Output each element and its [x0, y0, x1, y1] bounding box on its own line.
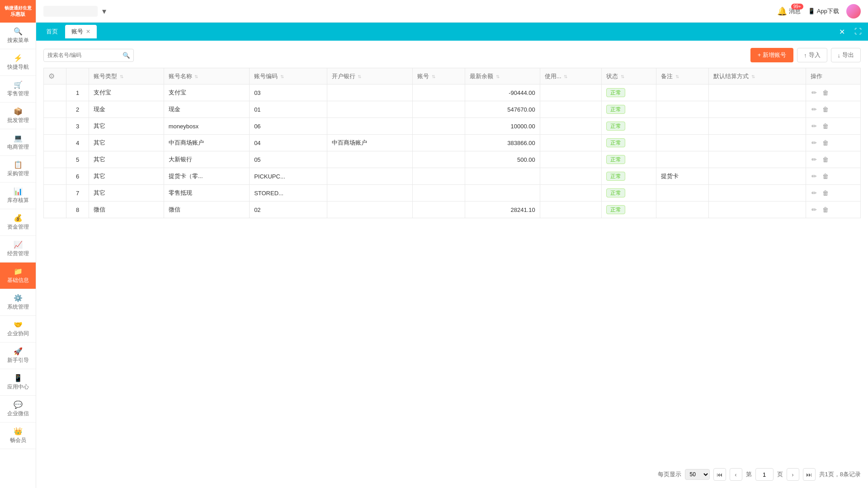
sidebar-item-label: 新手引导 — [7, 357, 29, 364]
delete-button-0[interactable]: 🗑 — [821, 88, 830, 97]
edit-button-2[interactable]: ✏ — [811, 122, 818, 131]
row-bank-7 — [327, 202, 412, 218]
col-name-header[interactable]: 账号名称 ⇅ — [164, 68, 249, 84]
sidebar: 畅捷通好生意 乐惠版 🔍 搜索菜单 ⚡ 快捷导航 🛒 零售管理 📦 批发管理 💻… — [0, 0, 36, 488]
app-download-icon: 📱 — [808, 8, 815, 14]
sidebar-item-purchase[interactable]: 📋 采购管理 — [0, 156, 36, 183]
sidebar-item-basic[interactable]: 📁 基础信息 — [0, 263, 36, 289]
delete-button-7[interactable]: 🗑 — [821, 205, 830, 214]
col-code-header[interactable]: 账号编码 ⇅ — [250, 68, 327, 84]
row-code-2: 06 — [250, 118, 327, 135]
sidebar-item-inventory[interactable]: 📊 库存核算 — [0, 183, 36, 209]
action-btns-4: ✏ 🗑 — [811, 155, 856, 164]
row-default-settlement-7 — [708, 202, 806, 218]
status-badge: 正常 — [606, 122, 625, 131]
sidebar-item-quick-nav[interactable]: ⚡ 快捷导航 — [0, 49, 36, 76]
tab-close-all-icon[interactable]: ✕ — [835, 25, 848, 38]
row-action-6: ✏ 🗑 — [806, 185, 861, 202]
edit-button-5[interactable]: ✏ — [811, 172, 818, 181]
delete-button-3[interactable]: 🗑 — [821, 138, 830, 147]
sidebar-item-retail[interactable]: 🛒 零售管理 — [0, 76, 36, 103]
delete-button-5[interactable]: 🗑 — [821, 172, 830, 181]
action-btns-3: ✏ 🗑 — [811, 138, 856, 147]
col-account-header[interactable]: 账号 ⇅ — [413, 68, 465, 84]
edit-button-1[interactable]: ✏ — [811, 105, 818, 114]
col-status-header[interactable]: 状态 ⇅ — [602, 68, 656, 84]
edit-button-3[interactable]: ✏ — [811, 138, 818, 147]
prev-page-button[interactable]: ‹ — [730, 468, 742, 481]
row-type-2: 其它 — [89, 118, 164, 135]
tab-home[interactable]: 首页 — [40, 25, 64, 38]
tab-expand-icon[interactable]: ⛶ — [852, 25, 864, 38]
delete-button-2[interactable]: 🗑 — [821, 122, 830, 131]
col-bank-header[interactable]: 开户银行 ⇅ — [327, 68, 412, 84]
edit-button-7[interactable]: ✏ — [811, 205, 818, 214]
sidebar-item-label: 快捷导航 — [7, 63, 29, 71]
delete-button-4[interactable]: 🗑 — [821, 155, 830, 164]
next-page-button[interactable]: › — [787, 468, 799, 481]
message-button[interactable]: 🔔 消息 99+ — [777, 6, 801, 16]
row-usage-4 — [540, 151, 602, 168]
row-action-0: ✏ 🗑 — [806, 84, 861, 101]
row-name-1: 现金 — [164, 101, 249, 118]
tab-close-icon[interactable]: ✕ — [86, 28, 90, 35]
sidebar-item-label: 基础信息 — [7, 277, 29, 284]
import-button[interactable]: ↑ 导入 — [797, 48, 827, 62]
sidebar-item-label: 资金管理 — [7, 223, 29, 231]
delete-button-1[interactable]: 🗑 — [821, 105, 830, 114]
search-input[interactable] — [44, 50, 119, 61]
total-label: 共1页，8条记录 — [819, 470, 861, 479]
sidebar-item-label: 畅会员 — [10, 436, 26, 444]
col-remark-header[interactable]: 备注 ⇅ — [656, 68, 708, 84]
sidebar-item-enterprise[interactable]: 🤝 企业协同 — [0, 316, 36, 343]
edit-button-4[interactable]: ✏ — [811, 155, 818, 164]
sidebar-item-search[interactable]: 🔍 搜索菜单 — [0, 23, 36, 49]
col-code-label: 账号编码 — [254, 73, 278, 80]
sidebar-item-system[interactable]: ⚙️ 系统管理 — [0, 289, 36, 316]
col-account-label: 账号 — [417, 73, 429, 80]
row-bank-3: 中百商场账户 — [327, 135, 412, 151]
col-balance-header[interactable]: 最新余额 ⇅ — [465, 68, 540, 84]
export-button[interactable]: ↓ 导出 — [831, 48, 861, 62]
user-avatar[interactable] — [846, 4, 861, 19]
col-default-settlement-header[interactable]: 默认结算方式 ⇅ — [708, 68, 806, 84]
tab-account[interactable]: 账号 ✕ — [65, 25, 97, 38]
col-usage-header[interactable]: 使用... ⇅ — [540, 68, 602, 84]
row-type-6: 其它 — [89, 185, 164, 202]
header-search-input[interactable] — [43, 6, 98, 17]
col-type-header[interactable]: 账号类型 ⇅ — [89, 68, 164, 84]
action-btns-5: ✏ 🗑 — [811, 172, 856, 181]
sort-remark-icon: ⇅ — [675, 74, 679, 79]
sidebar-item-member[interactable]: 👑 畅会员 — [0, 422, 36, 449]
column-settings-button[interactable]: ⚙ — [48, 72, 55, 80]
search-button[interactable]: 🔍 — [119, 49, 134, 61]
sidebar-item-finance[interactable]: 💰 资金管理 — [0, 209, 36, 236]
header-dropdown-icon[interactable]: ▾ — [102, 6, 106, 16]
row-code-1: 01 — [250, 101, 327, 118]
import-icon: ↑ — [804, 52, 807, 59]
row-default-settlement-0 — [708, 84, 806, 101]
edit-button-6[interactable]: ✏ — [811, 188, 818, 197]
row-balance-5 — [465, 168, 540, 185]
sidebar-item-wholesale[interactable]: 📦 批发管理 — [0, 103, 36, 129]
last-page-button[interactable]: ⏭ — [803, 468, 816, 481]
sidebar-item-appcenter[interactable]: 📱 应用中心 — [0, 369, 36, 396]
page-number-input[interactable] — [755, 468, 774, 481]
per-page-select[interactable]: 50 20 100 — [685, 469, 710, 480]
sidebar-item-wechat[interactable]: 💬 企业微信 — [0, 396, 36, 422]
header-left: ▾ — [43, 6, 106, 17]
table-row: 3 其它 moneybosx 06 10000.00 正常 ✏ 🗑 — [44, 118, 861, 135]
sidebar-item-operations[interactable]: 📈 经营管理 — [0, 236, 36, 263]
delete-button-6[interactable]: 🗑 — [821, 188, 830, 197]
edit-button-0[interactable]: ✏ — [811, 88, 818, 97]
basic-icon: 📁 — [14, 267, 23, 276]
first-page-button[interactable]: ⏮ — [713, 468, 726, 481]
table-toolbar: 🔍 + 新增账号 ↑ 导入 ↓ 导出 — [43, 48, 861, 62]
table-row: 2 现金 现金 01 547670.00 正常 ✏ 🗑 — [44, 101, 861, 118]
row-action-4: ✏ 🗑 — [806, 151, 861, 168]
row-status-3: 正常 — [602, 135, 656, 151]
sidebar-item-newguide[interactable]: 🚀 新手引导 — [0, 343, 36, 369]
add-account-button[interactable]: + 新增账号 — [750, 48, 793, 62]
sidebar-item-ecommerce[interactable]: 💻 电商管理 — [0, 129, 36, 156]
app-download-button[interactable]: 📱 App下载 — [808, 7, 839, 15]
